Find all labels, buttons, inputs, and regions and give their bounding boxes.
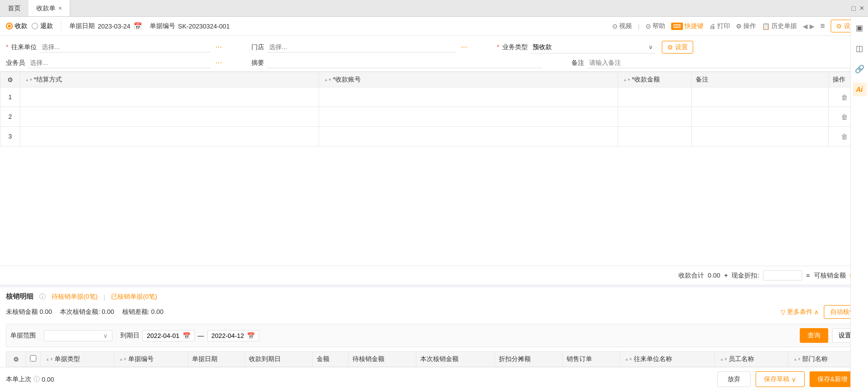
save-draft-btn[interactable]: 保存草稿 ∨ <box>756 371 805 387</box>
row-2-account[interactable] <box>319 107 618 127</box>
store-input[interactable] <box>267 42 456 53</box>
row-3-amount[interactable] <box>618 127 692 146</box>
store-ellipsis-btn[interactable]: ··· <box>461 43 467 52</box>
help-btn[interactable]: ⊙ 帮助 <box>646 22 665 30</box>
shortcut-label: 快捷键 <box>684 22 704 30</box>
vtable-select-all[interactable] <box>30 355 36 362</box>
current-stat: 本次核销金额: 0.00 <box>60 307 114 316</box>
col-payment-header: ▲▼ *结算方式 <box>20 72 319 87</box>
sidebar-table-icon[interactable]: ▣ <box>853 21 867 34</box>
row-1-note[interactable] <box>692 87 829 107</box>
pending-tab[interactable]: 待核销单据(0笔) <box>52 292 98 301</box>
row-1-account[interactable] <box>319 87 618 107</box>
top-toolbar: 收款 退款 单据日期 2023-03-24 📅 单据编号 SK-20230324… <box>0 17 868 36</box>
due-label: 到期日 <box>120 331 139 340</box>
history-btn[interactable]: 📋 历史单据 <box>762 22 797 30</box>
row-2-amount[interactable] <box>618 107 692 127</box>
date-range: 到期日 2022-04-01 📅 — 2022-04-12 📅 <box>120 330 259 341</box>
plus-sign: + <box>724 272 728 279</box>
summary-label: 摘要 <box>251 58 264 67</box>
partner-ellipsis-btn[interactable]: ··· <box>216 43 222 52</box>
row-num-1: 1 <box>0 87 20 107</box>
sidebar-link-icon[interactable]: 🔗 <box>853 62 867 76</box>
stat-label: 本单上次 <box>6 375 31 384</box>
settings-gear-icon: ⚙ <box>836 23 842 30</box>
shortcut-btn[interactable]: ⌨ 快捷键 <box>671 22 704 30</box>
date-from-input[interactable]: 2022-04-01 📅 <box>142 330 195 341</box>
calendar-from-icon: 📅 <box>183 332 190 339</box>
date-separator: — <box>198 332 204 339</box>
date-to-input[interactable]: 2022-04-12 📅 <box>207 330 260 341</box>
row-2-delete-icon[interactable]: 🗑 <box>841 113 848 121</box>
video-btn[interactable]: ⊙ 视频 <box>612 22 632 30</box>
sidebar-ai-icon[interactable]: Ai <box>853 83 867 96</box>
partner-input[interactable] <box>40 42 211 53</box>
operation-btn[interactable]: ⚙ 操作 <box>736 22 756 30</box>
date-label: 单据日期 <box>69 22 95 30</box>
discount-input[interactable] <box>763 270 802 280</box>
row-3-note[interactable] <box>692 127 829 146</box>
diff-stat: 核销差额: 0.00 <box>122 307 164 316</box>
row-1-amount[interactable] <box>618 87 692 107</box>
tab-active[interactable]: 收款单 × <box>28 0 70 16</box>
tab-bar-right: □ × <box>851 4 868 13</box>
verify-title: 核销明细 <box>6 292 33 301</box>
store-field: 门店 ··· <box>251 42 467 53</box>
row-1-payment[interactable] <box>20 87 319 107</box>
nav-prev-icon[interactable]: ◀ <box>803 23 808 30</box>
staff-ellipsis-btn[interactable]: ··· <box>216 58 222 67</box>
payment-table: ⚙ ▲▼ *结算方式 ▲▼ *收款账号 <box>0 72 868 146</box>
vtable-gear-header[interactable]: ⚙ <box>6 352 26 367</box>
row-1-delete-icon[interactable]: 🗑 <box>841 93 848 101</box>
partner-field: * 往来单位 ··· <box>6 42 222 53</box>
bottom-actions: 放弃 保存草稿 ∨ 保存&新增 ∨ <box>717 371 862 387</box>
abandon-btn[interactable]: 放弃 <box>717 371 751 387</box>
note-input[interactable] <box>587 57 862 68</box>
filter-icon: ▽ <box>781 308 786 316</box>
range-select[interactable]: ∨ <box>44 330 112 341</box>
radio-refund[interactable]: 退款 <box>31 22 53 30</box>
done-tab[interactable]: 已核销单据(0笔) <box>111 292 157 301</box>
vtable-due-header: 收款到期日 <box>244 352 312 367</box>
radio-receive[interactable]: 收款 <box>6 22 27 30</box>
vtable-partner-header: ▲▼ 往来单位名称 <box>620 352 715 367</box>
print-btn[interactable]: 🖨 打印 <box>709 22 730 30</box>
form-area: * 往来单位 ··· 门店 ··· * 业务类型 <box>0 36 868 72</box>
staff-input[interactable] <box>28 57 211 68</box>
summary-input[interactable] <box>267 57 542 68</box>
window-restore-icon[interactable]: □ <box>851 4 855 12</box>
vtable-docno-header: ▲▼ 单据编号 <box>114 352 188 367</box>
row-3-payment[interactable] <box>20 127 319 146</box>
table-gear-header[interactable]: ⚙ <box>0 72 20 87</box>
tab-close-icon[interactable]: × <box>58 5 62 12</box>
total-label: 收款合计 <box>678 271 704 280</box>
stat-value: 0.00 <box>42 376 54 383</box>
row-2-note[interactable] <box>692 107 829 127</box>
filter-more-btn[interactable]: ▽ 更多条件 ∧ <box>781 307 819 316</box>
biztype-label: * 业务类型 <box>497 43 528 52</box>
table-row: 3 🗑 ⧉ <box>0 127 868 146</box>
biztype-select[interactable]: 预收款 ∨ <box>531 41 655 54</box>
query-btn[interactable]: 查询 <box>800 328 828 343</box>
nav-next-icon[interactable]: ▶ <box>810 23 814 30</box>
help-label: 帮助 <box>652 22 665 30</box>
verify-info-icon[interactable]: ⓘ <box>39 292 46 301</box>
row-3-account[interactable] <box>319 127 618 146</box>
verify-stats: 未核销金额 0.00 本次核销金额: 0.00 核销差额: 0.00 ▽ 更多条… <box>6 305 862 319</box>
store-label: 门店 <box>251 43 264 52</box>
available-label: 可核销金额 <box>814 271 846 280</box>
tab-home[interactable]: 首页 <box>0 0 28 16</box>
calendar-icon[interactable]: 📅 <box>134 22 142 30</box>
form-settings-button[interactable]: ⚙ 设置 <box>662 41 693 54</box>
window-close-icon[interactable]: × <box>860 4 864 13</box>
layout-icon[interactable]: ≡ <box>820 22 825 30</box>
calendar-to-icon: 📅 <box>247 332 255 339</box>
row-2-payment[interactable] <box>20 107 319 127</box>
date-to-value: 2022-04-12 <box>212 332 244 339</box>
total-value: 0.00 <box>708 272 720 279</box>
save-draft-chevron-icon: ∨ <box>791 376 796 383</box>
row-3-delete-icon[interactable]: 🗑 <box>841 133 848 140</box>
stat-info-icon[interactable]: ⓘ <box>33 375 40 384</box>
sidebar-doc-icon[interactable]: ◫ <box>853 41 867 55</box>
docno-value: SK-20230324-001 <box>178 23 230 30</box>
